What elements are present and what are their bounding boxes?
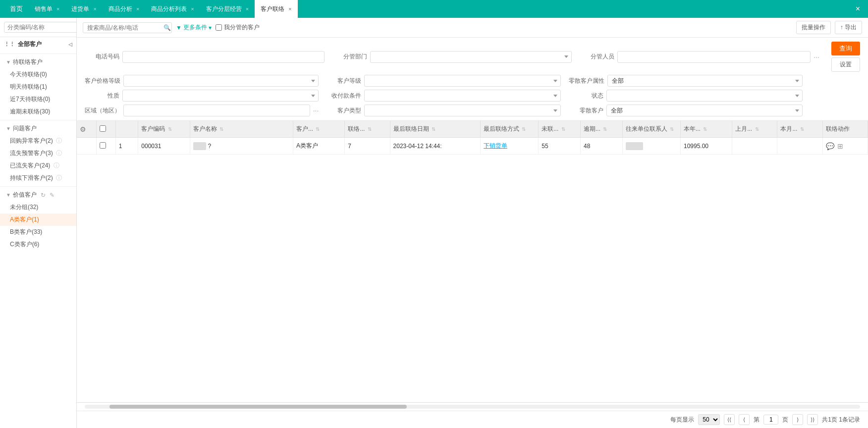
th-code[interactable]: 客户编码 ⇅ xyxy=(138,121,190,138)
filter-search-input[interactable] xyxy=(87,24,162,31)
nav-tab-analysis-list[interactable]: 商品分析列表 × xyxy=(145,0,200,18)
th-unlinked-label: 未联... xyxy=(542,125,558,132)
dept-select[interactable] xyxy=(370,51,572,63)
manager-input[interactable] xyxy=(617,51,811,63)
sort-contact[interactable]: ⇅ xyxy=(368,126,372,132)
th-method[interactable]: 最后联络方式 ⇅ xyxy=(480,121,538,138)
sort-name[interactable]: ⇅ xyxy=(219,126,223,132)
sort-overdue[interactable]: ⇅ xyxy=(603,126,607,132)
first-page-btn[interactable]: ⟨⟨ xyxy=(724,414,735,425)
gear-icon[interactable]: ⚙ xyxy=(80,125,86,133)
window-close-button[interactable]: × xyxy=(852,4,864,13)
last-page-btn[interactable]: ⟩⟩ xyxy=(807,414,818,425)
retail-select[interactable]: 全部 xyxy=(606,105,803,116)
payment-select[interactable] xyxy=(364,90,560,102)
sidebar-item-c-class[interactable]: C类客户(6) xyxy=(0,238,76,251)
th-unit[interactable]: 往来单位联系人 ⇅ xyxy=(622,121,680,138)
th-thismonth[interactable]: 本月... ⇅ xyxy=(777,121,822,138)
sidebar-item-today[interactable]: 今天待联络(0) xyxy=(0,68,76,81)
sidebar-item-overdue[interactable]: 逾期未联络(30) xyxy=(0,106,76,118)
h-scrollbar-thumb[interactable] xyxy=(109,405,407,409)
sidebar-group-pending[interactable]: ▼ 待联络客户 xyxy=(0,56,76,68)
sidebar-item-b-class[interactable]: B类客户(33) xyxy=(0,226,76,238)
my-customers-checkbox[interactable] xyxy=(216,24,222,31)
sort-method[interactable]: ⇅ xyxy=(522,126,526,132)
batch-op-button[interactable]: 批量操作 xyxy=(796,21,831,34)
close-segment-tab[interactable]: × xyxy=(246,6,249,12)
sidebar-item-a-class[interactable]: A类客户(1) xyxy=(0,214,76,226)
td-thismonth xyxy=(777,138,822,155)
sort-code[interactable]: ⇅ xyxy=(168,126,172,132)
last-method-link[interactable]: 下销货单 xyxy=(484,142,507,149)
region-more-icon[interactable]: ··· xyxy=(313,107,319,114)
row-checkbox-1[interactable] xyxy=(100,142,106,149)
refresh-icon[interactable]: ↻ xyxy=(41,192,46,199)
sidebar-item-churn-warning[interactable]: 流失预警客户(3) ⓘ xyxy=(0,147,76,160)
sidebar-group-problem[interactable]: ▼ 问题客户 xyxy=(0,122,76,135)
region-input[interactable] xyxy=(123,105,310,116)
close-analysis-list-tab[interactable]: × xyxy=(191,6,194,12)
nav-tab-sales[interactable]: 销售单 × xyxy=(29,0,65,18)
th-level[interactable]: 客户... ⇅ xyxy=(293,121,345,138)
th-overdue[interactable]: 逾期... ⇅ xyxy=(580,121,622,138)
nav-tab-purchase[interactable]: 进货单 × xyxy=(65,0,102,18)
query-button[interactable]: 查询 xyxy=(831,42,860,55)
th-unlinked[interactable]: 未联... ⇅ xyxy=(539,121,581,138)
qr-action-icon[interactable]: ⊞ xyxy=(837,142,843,150)
phone-input[interactable] xyxy=(122,51,325,63)
customer-level-label: 客户等级 xyxy=(326,77,361,85)
sort-level[interactable]: ⇅ xyxy=(316,126,320,132)
export-button[interactable]: ↑ 导出 xyxy=(835,21,862,34)
close-analysis-tab[interactable]: × xyxy=(136,6,139,12)
customer-type-select[interactable] xyxy=(364,105,560,116)
sidebar-item-repurchase[interactable]: 回购异常客户(2) ⓘ xyxy=(0,135,76,147)
page-size-select[interactable]: 50 xyxy=(698,414,720,425)
filter-more-btn[interactable]: ▼ 更多条件 ▾ xyxy=(176,23,212,32)
nature-select[interactable] xyxy=(122,90,319,102)
retail-attr-select[interactable]: 全部 xyxy=(607,75,803,87)
nav-home[interactable]: 首页 xyxy=(4,0,29,18)
sidebar-search-area: 🔍 xyxy=(0,18,76,37)
sidebar-item-churned[interactable]: 已流失客户(24) ⓘ xyxy=(0,160,76,172)
sidebar-item-7days[interactable]: 近7天待联络(0) xyxy=(0,93,76,106)
sidebar-group-value[interactable]: ▼ 价值客户 ↻ ✎ xyxy=(0,189,76,201)
nav-tab-analysis[interactable]: 商品分析 × xyxy=(103,0,145,18)
sidebar-item-declining[interactable]: 持续下滑客户(2) ⓘ xyxy=(0,172,76,184)
manager-more-icon[interactable]: ··· xyxy=(814,53,819,61)
td-code: 000031 xyxy=(138,138,190,155)
th-year[interactable]: 本年... ⇅ xyxy=(680,121,732,138)
sort-unlinked[interactable]: ⇅ xyxy=(561,126,565,132)
next-page-btn[interactable]: ⟩ xyxy=(792,414,803,425)
close-contact-tab[interactable]: × xyxy=(288,6,291,12)
status-select[interactable] xyxy=(606,90,803,102)
sort-lastmonth[interactable]: ⇅ xyxy=(755,126,759,132)
sidebar-collapse-icon[interactable]: ◁ xyxy=(68,42,72,47)
th-name[interactable]: 客户名称 ⇅ xyxy=(190,121,293,138)
sort-year[interactable]: ⇅ xyxy=(703,126,707,132)
sidebar-item-ungrouped[interactable]: 未分组(32) xyxy=(0,201,76,214)
sort-thismonth[interactable]: ⇅ xyxy=(800,126,804,132)
th-contact[interactable]: 联络... ⇅ xyxy=(345,121,390,138)
filter-nature: 性质 xyxy=(85,90,326,102)
close-purchase-tab[interactable]: × xyxy=(93,6,96,12)
h-scrollbar[interactable] xyxy=(85,405,860,409)
close-sales-tab[interactable]: × xyxy=(56,6,59,12)
sort-unit[interactable]: ⇅ xyxy=(670,126,674,132)
select-all-checkbox[interactable] xyxy=(100,125,106,132)
filter-search-icon[interactable]: 🔍 xyxy=(163,24,171,31)
page-input[interactable] xyxy=(763,415,778,425)
th-date[interactable]: 最后联络日期 ⇅ xyxy=(390,121,480,138)
sort-date[interactable]: ⇅ xyxy=(432,126,435,132)
prev-page-btn[interactable]: ⟨ xyxy=(739,414,750,425)
price-level-select[interactable] xyxy=(123,75,319,87)
setting-button[interactable]: 设置 xyxy=(831,57,860,72)
nav-tab-customer-segment[interactable]: 客户分层经营 × xyxy=(200,0,255,18)
sidebar-item-tomorrow[interactable]: 明天待联络(1) xyxy=(0,81,76,93)
sidebar-all-customers[interactable]: ⋮⋮ 全部客户 ◁ xyxy=(0,37,76,52)
nav-tab-customer-contact[interactable]: 客户联络 × xyxy=(255,0,297,18)
edit-icon[interactable]: ✎ xyxy=(50,192,54,199)
sidebar-search-input[interactable] xyxy=(4,22,77,33)
chat-action-icon[interactable]: 💬 xyxy=(826,142,834,150)
th-lastmonth[interactable]: 上月... ⇅ xyxy=(732,121,777,138)
customer-level-select[interactable] xyxy=(364,75,560,87)
